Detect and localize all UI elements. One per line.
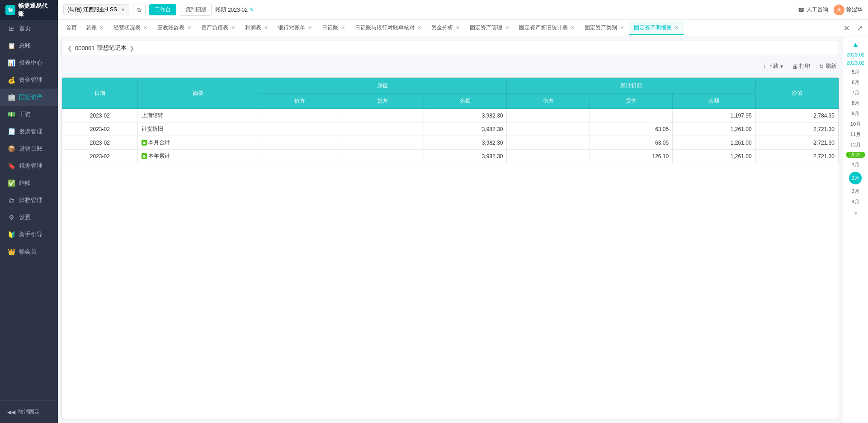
cell-orig-credit	[341, 150, 424, 163]
timeline-month[interactable]: 6月	[846, 77, 866, 88]
sidebar-item-settings[interactable]: ⚙设置	[0, 209, 58, 226]
sidebar-item-archive[interactable]: 🗂归档管理	[0, 192, 58, 209]
header-acc-depreciation-group: 累计折旧	[507, 78, 755, 94]
user-menu[interactable]: 头 徐涩华	[834, 5, 863, 15]
sidebar-item-home[interactable]: ⊞首页	[0, 20, 58, 37]
tab-固定资产类别[interactable]: 固定资产类别✕	[580, 21, 629, 35]
timeline-active-month[interactable]: 2月	[849, 172, 862, 184]
tab-label: 应收账龄表	[157, 24, 184, 32]
table-toolbar: ↓ 下载 ▾ 🖨 打印 ↻ 刷新	[61, 59, 839, 74]
timeline-month[interactable]: 7月	[846, 88, 866, 98]
support-button[interactable]: ☎ 人工咨询	[798, 6, 828, 14]
cell-net-value: 2,721.30	[755, 122, 838, 136]
timeline-month[interactable]: 9月	[846, 108, 866, 119]
tab-close-btn[interactable]: ✕	[674, 24, 679, 31]
nav-back-arrow[interactable]: ❮	[67, 45, 72, 52]
tab-应收账龄表[interactable]: 应收账龄表✕	[153, 21, 197, 35]
company-selector[interactable]: (勾稽) 江西服业-LSS ▼	[63, 4, 129, 15]
timeline-month[interactable]: 11月	[846, 129, 866, 140]
sidebar-item-guide[interactable]: 🔰新手引导	[0, 226, 58, 243]
tab-close-btn[interactable]: ✕	[142, 24, 148, 31]
left-panel: ❮ 000001 联想笔记本 ❯ ↓ 下载 ▾ 🖨 打印 ↻ 刷新	[58, 37, 843, 423]
timeline-month[interactable]: 10月	[846, 119, 866, 129]
download-button[interactable]: ↓ 下载 ▾	[760, 61, 786, 72]
tab-固定资产管理[interactable]: 固定资产管理✕	[465, 21, 514, 35]
cell-net-value: 2,721.30	[755, 136, 838, 150]
company-dropdown-arrow: ▼	[121, 7, 125, 12]
cell-acc-debit	[507, 109, 590, 122]
nav-icon-assets: 🏢	[7, 94, 15, 101]
sidebar-item-tax[interactable]: 🔖税务管理	[0, 157, 58, 174]
sidebar-item-reports[interactable]: 📊报表中心	[0, 54, 58, 71]
tab-日记账与银行对账单核对[interactable]: 日记账与银行对账单核对✕	[350, 21, 427, 35]
tab-close-btn[interactable]: ✕	[99, 24, 104, 31]
tab-close-btn[interactable]: ✕	[186, 24, 192, 31]
refresh-button[interactable]: ↻ 刷新	[816, 61, 839, 72]
cell-acc-credit	[590, 109, 672, 122]
close-all-button[interactable]: ✕	[842, 22, 851, 34]
nav-forward-arrow[interactable]: ❯	[129, 45, 134, 52]
timeline-period[interactable]: 2023.02	[846, 59, 866, 67]
timeline-month[interactable]: 12月	[846, 140, 866, 150]
tab-经营状况表[interactable]: 经营状况表✕	[109, 21, 153, 35]
tab-close-btn[interactable]: ✕	[570, 24, 576, 31]
timeline-month[interactable]: 3月	[846, 186, 866, 197]
tab-资金分析[interactable]: 资金分析✕	[427, 21, 465, 35]
main-area: (勾稽) 江西服业-LSS ▼ ⧉ 工作台 切到旧版 账期 2023-02 ✎ …	[58, 0, 868, 423]
cell-acc-debit	[507, 122, 590, 136]
tab-固定资产明细账[interactable]: 固定资产明细账✕	[629, 21, 684, 35]
tab-银行对账单[interactable]: 银行对账单✕	[274, 21, 317, 35]
cell-acc-credit: 63.05	[590, 136, 672, 150]
year-badge: 2023	[846, 152, 866, 158]
copy-button[interactable]: ⧉	[133, 4, 146, 16]
tab-资产负债表[interactable]: 资产负债表✕	[197, 21, 241, 35]
timeline-month[interactable]: 1月	[846, 160, 866, 170]
right-timeline-panel: ▲ 2023.022023.025月6月7月8月9月10月11月12月20231…	[843, 37, 868, 423]
sidebar-item-sales[interactable]: 📦进销台账	[0, 140, 58, 157]
tab-close-btn[interactable]: ✕	[416, 24, 422, 31]
print-button[interactable]: 🖨 打印	[789, 61, 813, 72]
tab-利润表[interactable]: 利润表✕	[241, 21, 274, 35]
sidebar-item-payroll[interactable]: 💵工资	[0, 106, 58, 123]
timeline-month[interactable]: 4月	[846, 197, 866, 207]
workbench-button[interactable]: 工作台	[149, 4, 176, 15]
tab-label: 固定资产明细账	[634, 24, 672, 32]
sidebar-item-ledger[interactable]: 📋总账	[0, 37, 58, 54]
cell-date: 2023-02	[62, 109, 138, 122]
timeline-scroll-up[interactable]: ▲	[850, 39, 861, 51]
sidebar-item-funds[interactable]: 💰资金管理	[0, 71, 58, 89]
cell-acc-balance: 1,261.00	[673, 150, 755, 163]
tab-label: 利润表	[245, 24, 261, 32]
timeline-month[interactable]: 5月	[846, 67, 866, 77]
cell-acc-credit: 126.10	[590, 150, 672, 163]
tab-总账[interactable]: 总账✕	[81, 21, 109, 35]
tab-close-btn[interactable]: ✕	[619, 24, 625, 31]
tab-首页[interactable]: 首页	[61, 21, 81, 35]
sidebar-item-settlement[interactable]: ✅结账	[0, 174, 58, 192]
pin-toggle[interactable]: ◀◀ 取消固定	[0, 404, 58, 419]
maximize-button[interactable]: ⤢	[855, 22, 864, 34]
print-icon: 🖨	[792, 63, 797, 70]
nav-label-archive: 归档管理	[19, 196, 42, 204]
tab-close-btn[interactable]: ✕	[230, 24, 236, 31]
timeline-month[interactable]: 8月	[846, 98, 866, 108]
sidebar-item-invoice[interactable]: 🧾发票管理	[0, 123, 58, 140]
timeline-scroll-down[interactable]: ▾	[852, 207, 859, 219]
cell-date: 2023-02	[62, 136, 138, 150]
sidebar-item-member[interactable]: 👑畅会员	[0, 243, 58, 260]
cell-net-value: 2,784.35	[755, 109, 838, 122]
asset-nav: ❮ 000001 联想笔记本 ❯	[61, 41, 839, 55]
switch-version-button[interactable]: 切到旧版	[180, 4, 212, 16]
sidebar-item-assets[interactable]: 🏢固定资产	[0, 89, 58, 106]
tab-固定资产折旧统计表[interactable]: 固定资产折旧统计表✕	[514, 21, 580, 35]
period-edit-icon[interactable]: ✎	[250, 7, 254, 13]
period-value: 2023-02	[228, 7, 248, 13]
tab-close-btn[interactable]: ✕	[340, 24, 346, 31]
tab-close-btn[interactable]: ✕	[263, 24, 269, 31]
tab-日记账[interactable]: 日记账✕	[317, 21, 350, 35]
tab-close-btn[interactable]: ✕	[307, 24, 313, 31]
cell-acc-debit	[507, 150, 590, 163]
timeline-period[interactable]: 2023.02	[846, 51, 866, 59]
tab-close-btn[interactable]: ✕	[455, 24, 461, 31]
tab-close-btn[interactable]: ✕	[504, 24, 510, 31]
